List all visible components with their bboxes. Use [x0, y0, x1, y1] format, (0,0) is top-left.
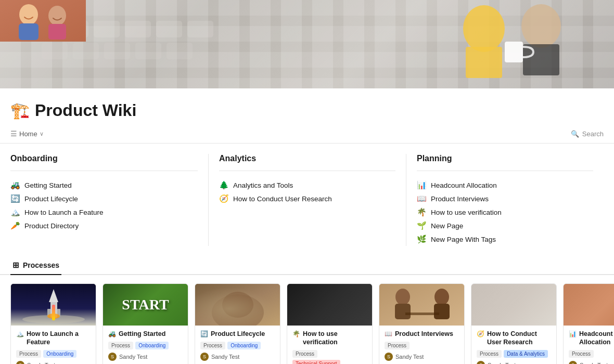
tag-tech-support: Technical Support [292, 360, 340, 365]
tag-onboarding-3: Onboarding [227, 342, 261, 349]
card-research-title-text: How to Conduct User Research [487, 330, 551, 347]
breadcrumb-chevron-icon: ∨ [40, 131, 44, 137]
user-research-emoji: 🧭 [219, 194, 229, 203]
analytics-section: Analytics 🌲 Analytics and Tools 🧭 How to… [208, 154, 406, 246]
breadcrumb-lines-icon: ☰ [10, 129, 17, 138]
card-start-image: START [103, 284, 188, 326]
card-launch-feature[interactable]: 🏔️ How to Launch a Feature Process Onboa… [10, 283, 96, 364]
home-link[interactable]: Home [19, 130, 37, 138]
planning-item-new-page-tags[interactable]: 🌿 New Page With Tags [417, 232, 593, 246]
card-start-emoji: 🚜 [108, 330, 116, 339]
card-lifecycle-title: 🔄 Product Lifecycle [200, 330, 275, 339]
tag-process-4: Process [292, 350, 317, 358]
card-launch-body: 🏔️ How to Launch a Feature Process Onboa… [11, 326, 96, 364]
card-getting-started[interactable]: START 🚜 Getting Started Process Onboardi… [103, 283, 188, 364]
launch-image-svg [11, 284, 96, 326]
card-verification-title-text: How to use verification [303, 330, 367, 347]
planning-item-headcount[interactable]: 📊 Headcount Allocation [417, 178, 593, 192]
svg-rect-7 [73, 43, 99, 59]
card-interviews-emoji: 📖 [385, 330, 392, 339]
planning-item-product-interviews[interactable]: 📖 Product Interviews [417, 192, 593, 205]
search-button[interactable]: 🔍 Search [571, 130, 604, 138]
svg-rect-53 [405, 313, 439, 315]
onboarding-item-product-directory[interactable]: 🥕 Product Directory [10, 219, 198, 232]
card-headcount-image [564, 284, 614, 326]
card-verification[interactable]: 🌴 How to use verification Process Techni… [287, 283, 373, 364]
page-title-text: Product Wiki [35, 101, 136, 120]
card-headcount-username: Sandy Test [580, 362, 608, 365]
svg-rect-23 [195, 284, 280, 326]
svg-rect-8 [104, 43, 130, 59]
svg-rect-15 [505, 42, 523, 62]
verification-label: How to use verification [431, 209, 502, 216]
card-research-username: Sandy Test [488, 362, 516, 365]
tag-process-6: Process [477, 350, 502, 358]
sections-container: Onboarding 🚜 Getting Started 🔄 Product L… [0, 146, 614, 256]
card-keyboard-image [287, 284, 372, 326]
page-header: 🏗️ Product Wiki [0, 88, 614, 126]
card-lifecycle-image [195, 284, 280, 326]
svg-rect-2 [94, 21, 120, 37]
card-verification-tags: Process Technical Support [292, 350, 367, 365]
card-product-lifecycle[interactable]: 🔄 Product Lifecycle Process Onboarding S… [195, 283, 280, 364]
card-interviews-avatar: S [385, 353, 393, 361]
processes-tab[interactable]: ⊞ Processes [10, 256, 61, 275]
headcount-emoji: 📊 [417, 180, 427, 190]
analytics-title: Analytics [219, 154, 395, 163]
card-interviews-title-text: Product Interviews [395, 330, 453, 338]
user-research-label: How to Conduct User Research [233, 195, 332, 203]
svg-rect-4 [156, 21, 182, 37]
planning-item-verification[interactable]: 🌴 How to use verification [417, 205, 593, 219]
tag-process-3: Process [200, 342, 225, 349]
card-research-tags: Process Data & Analytics [477, 350, 551, 358]
svg-rect-6 [42, 43, 68, 59]
card-start-body: 🚜 Getting Started Process Onboarding S S… [103, 326, 188, 364]
card-headcount-body: 📊 Headcount Allocation Process S Sandy T… [564, 326, 614, 364]
product-directory-label: Product Directory [24, 222, 79, 230]
new-page-label: New Page [431, 222, 463, 230]
product-directory-emoji: 🥕 [10, 221, 20, 230]
svg-point-13 [521, 4, 561, 48]
page-title-emoji: 🏗️ [10, 101, 30, 120]
tag-data-analytics: Data & Analytics [504, 350, 548, 358]
page-title: 🏗️ Product Wiki [10, 101, 604, 120]
card-launch-username: Sandy Test [27, 362, 55, 365]
onboarding-section: Onboarding 🚜 Getting Started 🔄 Product L… [10, 154, 208, 246]
card-start-user: S Sandy Test [108, 353, 183, 361]
tag-onboarding: Onboarding [43, 350, 76, 358]
card-user-research[interactable]: 🧭 How to Conduct User Research Process D… [471, 283, 557, 364]
card-headcount-avatar: S [569, 361, 577, 365]
analytics-item-user-research[interactable]: 🧭 How to Conduct User Research [219, 192, 395, 205]
breadcrumb[interactable]: ☰ Home ∨ [10, 129, 44, 138]
planning-item-new-page[interactable]: 🌱 New Page [417, 219, 593, 232]
processes-tab-icon: ⊞ [12, 261, 19, 270]
onboarding-item-launch-feature[interactable]: 🏔️ How to Launch a Feature [10, 205, 198, 219]
analytics-item-tools[interactable]: 🌲 Analytics and Tools [219, 178, 395, 192]
svg-rect-3 [125, 21, 151, 37]
card-research-body: 🧭 How to Conduct User Research Process D… [471, 326, 556, 364]
card-research-image [471, 284, 556, 326]
svg-rect-50 [395, 304, 411, 319]
card-product-interviews[interactable]: 📖 Product Interviews Process S Sandy Tes… [379, 283, 465, 364]
svg-point-11 [463, 5, 505, 52]
card-interviews-tags: Process [385, 342, 459, 349]
onboarding-item-product-lifecycle[interactable]: 🔄 Product Lifecycle [10, 192, 198, 205]
onboarding-item-getting-started[interactable]: 🚜 Getting Started [10, 178, 198, 192]
getting-started-emoji: 🚜 [10, 180, 20, 190]
new-page-emoji: 🌱 [417, 221, 427, 230]
launch-feature-emoji: 🏔️ [10, 207, 20, 217]
card-lifecycle-avatar: S [200, 353, 209, 361]
svg-rect-14 [523, 44, 559, 75]
svg-rect-12 [466, 47, 502, 78]
card-start-avatar: S [108, 353, 117, 361]
analytics-tools-label: Analytics and Tools [233, 181, 293, 189]
card-research-title: 🧭 How to Conduct User Research [477, 330, 551, 347]
product-interviews-emoji: 📖 [417, 194, 427, 203]
tag-process-5: Process [385, 342, 410, 349]
tag-process-2: Process [108, 342, 133, 349]
card-lifecycle-username: Sandy Test [211, 354, 239, 360]
planning-section: Planning 📊 Headcount Allocation 📖 Produc… [406, 154, 604, 246]
card-interviews-body: 📖 Product Interviews Process S Sandy Tes… [379, 326, 464, 364]
card-headcount[interactable]: 📊 Headcount Allocation Process S Sandy T… [563, 283, 614, 364]
analytics-tools-emoji: 🌲 [219, 180, 229, 190]
